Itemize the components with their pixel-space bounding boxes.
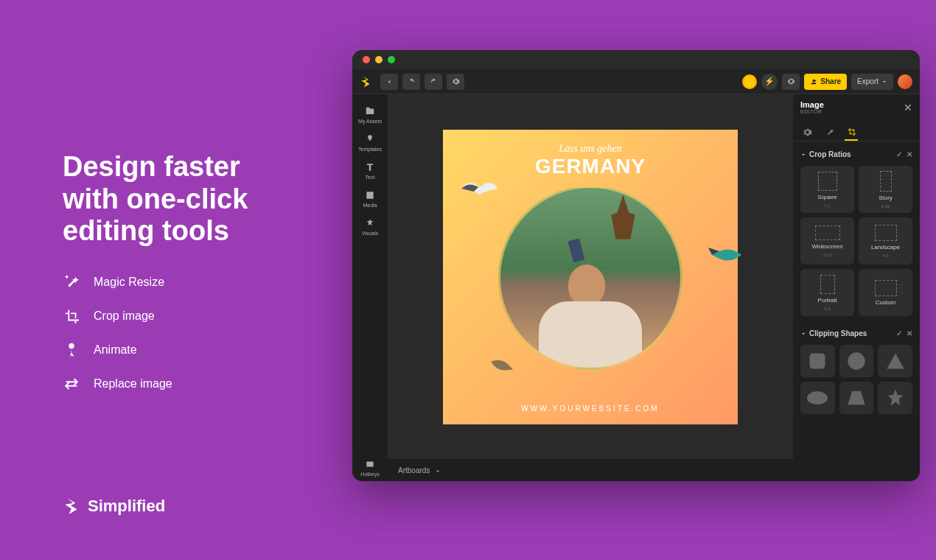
redo-button[interactable] <box>425 74 442 90</box>
clipping-shapes-section: Clipping Shapes ✓ ✕ <box>793 321 920 419</box>
section-title: Clipping Shapes <box>809 329 867 337</box>
crop-icon <box>63 307 80 325</box>
share-button[interactable]: Share <box>804 74 847 90</box>
crop-ratio-custom[interactable]: Custom <box>859 269 912 316</box>
svg-point-2 <box>807 391 828 405</box>
window-titlebar <box>352 50 920 69</box>
crop-ratios-section: Crop Ratios ✓ ✕ Square 1:1 Sto <box>793 141 920 321</box>
reset-icon[interactable]: ✕ <box>907 329 912 337</box>
canvas-footer: Artboards <box>388 459 793 481</box>
seagull-image <box>458 174 502 203</box>
sidebar-item-templates[interactable]: Templates <box>355 130 385 156</box>
shape-ellipse[interactable] <box>800 382 835 414</box>
crop-ratio-story[interactable]: Story 9:16 <box>859 166 912 213</box>
sidebar-item-assets[interactable]: My Assets <box>355 102 385 128</box>
apply-icon[interactable]: ✓ <box>896 150 902 158</box>
chat-icon[interactable] <box>742 74 757 89</box>
sidebar-item-visuals[interactable]: Visuals <box>355 214 385 240</box>
hummingbird-image-1 <box>705 240 749 270</box>
promo-headline: Design faster with one-click editing too… <box>63 151 248 248</box>
sidebar-label: Templates <box>358 147 382 152</box>
shape-circle[interactable] <box>839 345 874 377</box>
feature-crop-image: Crop image <box>63 307 248 325</box>
hummingbird-image-2 <box>481 348 523 382</box>
simplified-logo-icon <box>63 497 82 516</box>
tab-crop[interactable] <box>845 123 858 141</box>
feature-animate: Animate <box>63 341 248 359</box>
window-maximize-icon[interactable] <box>388 56 395 63</box>
sidebar-item-text[interactable]: Text <box>355 158 385 184</box>
sidebar-item-media[interactable]: Media <box>355 186 385 212</box>
brand-name: Simplified <box>88 497 165 516</box>
feature-label: Animate <box>94 343 137 357</box>
window-close-icon[interactable] <box>363 56 370 63</box>
sidebar-label: My Assets <box>358 119 382 124</box>
sidebar-label: Visuals <box>362 231 378 236</box>
settings-button[interactable] <box>447 74 464 90</box>
ratio-preview-icon <box>880 171 892 192</box>
chevron-down-icon[interactable] <box>800 331 806 337</box>
circle-photo <box>498 186 682 370</box>
export-button[interactable]: Export <box>851 74 893 90</box>
animate-icon <box>63 341 80 359</box>
sidebar-item-hotkeys[interactable]: Hotkeys <box>355 455 385 481</box>
apply-icon[interactable]: ✓ <box>896 329 902 337</box>
panel-header: Image EDITOR ✕ <box>793 94 920 120</box>
artboard-subtitle: Lass uns gehen <box>559 143 622 155</box>
ratio-preview-icon <box>875 225 897 241</box>
ratio-preview-icon <box>818 172 837 191</box>
tab-effects[interactable] <box>823 123 836 141</box>
artboards-toggle[interactable]: Artboards <box>398 466 441 475</box>
window-minimize-icon[interactable] <box>375 56 383 63</box>
svg-rect-0 <box>810 354 825 369</box>
feature-label: Magic Resize <box>94 276 164 289</box>
feature-label: Crop image <box>94 309 155 323</box>
preview-button[interactable] <box>782 74 800 90</box>
swap-icon <box>63 375 80 393</box>
crop-ratio-square[interactable]: Square 1:1 <box>800 166 854 213</box>
right-panel: Image EDITOR ✕ <box>793 94 920 481</box>
panel-subtitle: EDITOR <box>800 109 824 114</box>
ratio-preview-icon <box>815 225 840 240</box>
chevron-down-icon[interactable] <box>800 152 806 158</box>
section-title: Crop Ratios <box>809 150 851 158</box>
promo-section: Design faster with one-click editing too… <box>63 151 248 409</box>
bolt-icon[interactable]: ⚡ <box>761 74 778 90</box>
ratio-preview-icon <box>875 280 897 296</box>
feature-magic-resize: Magic Resize <box>63 273 248 291</box>
back-button[interactable] <box>380 74 398 90</box>
canvas[interactable]: Lass uns gehen GERMANY WWW. <box>388 94 793 459</box>
app-window: ⚡ Share Export My Assets Templates <box>352 50 920 481</box>
ratio-preview-icon <box>820 275 835 294</box>
sidebar-label: Text <box>366 175 375 180</box>
svg-point-1 <box>848 352 865 369</box>
user-avatar[interactable] <box>898 74 912 89</box>
tab-settings[interactable] <box>800 123 814 141</box>
sidebar-label: Hotkeys <box>360 472 379 477</box>
shape-star[interactable] <box>878 382 912 414</box>
feature-replace-image: Replace image <box>63 375 248 393</box>
shape-rounded-square[interactable] <box>800 345 835 377</box>
brand-logo-section: Simplified <box>63 497 165 516</box>
top-toolbar: ⚡ Share Export <box>352 69 920 94</box>
person-selfie <box>524 250 657 368</box>
sidebar-label: Media <box>363 203 377 208</box>
artboard-title: GERMANY <box>535 155 646 178</box>
left-sidebar: My Assets Templates Text Media Visuals <box>352 94 388 481</box>
shape-triangle[interactable] <box>878 345 912 377</box>
undo-button[interactable] <box>402 74 420 90</box>
crop-ratio-landscape[interactable]: Landscape 4:3 <box>859 217 912 265</box>
feature-label: Replace image <box>94 377 172 391</box>
artboard-url: WWW.YOURWEBSITE.COM <box>521 405 659 413</box>
shape-trapezoid[interactable] <box>839 382 874 414</box>
panel-tabs <box>793 120 920 141</box>
magic-wand-icon <box>63 273 80 291</box>
artboard[interactable]: Lass uns gehen GERMANY WWW. <box>443 130 738 424</box>
panel-title: Image <box>800 100 824 109</box>
panel-close-icon[interactable]: ✕ <box>904 102 912 113</box>
canvas-area: Lass uns gehen GERMANY WWW. <box>388 94 793 481</box>
crop-ratio-widescreen[interactable]: Widescreen 16:9 <box>800 217 854 265</box>
app-logo-icon[interactable] <box>360 75 373 88</box>
crop-ratio-portrait[interactable]: Portrait 3:4 <box>800 269 854 316</box>
reset-icon[interactable]: ✕ <box>907 150 912 158</box>
